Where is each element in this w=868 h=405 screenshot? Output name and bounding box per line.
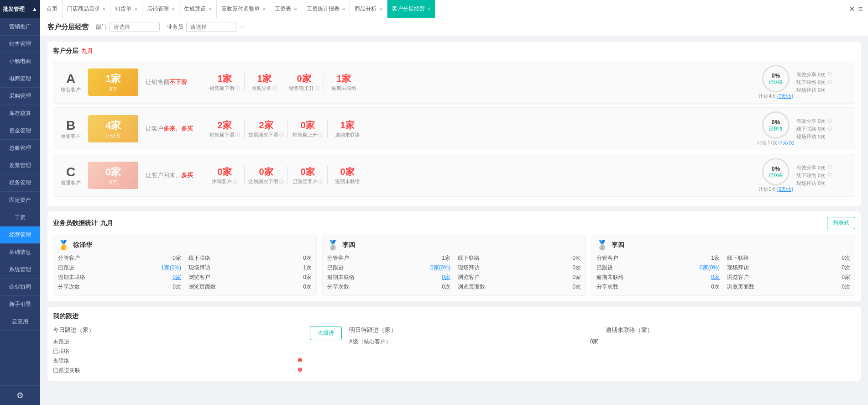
- tier-right-stats-C: 有效分享 0次ⓘ线下联络 0次ⓘ现场拜访 0次: [796, 164, 851, 187]
- tab-close-icon[interactable]: ×: [294, 6, 297, 12]
- staff-stat-row: 线下联络0次: [458, 254, 581, 262]
- plan-link[interactable]: (7天/次): [779, 140, 795, 145]
- staff-stat-val[interactable]: 1家(0%): [161, 264, 181, 272]
- followup-row: 去联络❶: [53, 356, 303, 366]
- sidebar-item-发票管理[interactable]: 发票管理: [0, 157, 40, 174]
- staff-stat-val[interactable]: 0家: [711, 274, 720, 281]
- sidebar-item-电商管理[interactable]: 电商管理: [0, 70, 40, 88]
- tab-close-icon[interactable]: ×: [262, 6, 265, 12]
- sidebar-item-新手引导[interactable]: 新手引导: [0, 296, 40, 313]
- tab-门店商品目录[interactable]: 门店商品目录×: [63, 0, 110, 18]
- tier-stat-box: 2家 交易频次下滑 ⓘ: [248, 119, 284, 138]
- dept-label: 部门: [96, 23, 107, 31]
- tabs-actions: ✕ ≡: [849, 5, 866, 13]
- sidebar-item-税务管理[interactable]: 税务管理: [0, 174, 40, 192]
- sidebar-item-销售管理[interactable]: 销售管理: [0, 36, 40, 53]
- sidebar-item-营销推广[interactable]: 营销推广: [0, 18, 40, 36]
- staff-stat-val[interactable]: 0家(0%): [700, 264, 720, 272]
- overdue-col: 逾期未联络（家）: [606, 326, 855, 337]
- staff-select[interactable]: [186, 22, 236, 32]
- customer-month-badge: 九月: [81, 47, 93, 55]
- tab-label: 工资表: [275, 5, 291, 13]
- tab-label: 店铺管理: [147, 5, 169, 13]
- plan-link[interactable]: (0天/次): [777, 187, 793, 192]
- tab-close-icon[interactable]: ×: [134, 6, 137, 12]
- tier-count-box-B: 4家0.53万: [88, 115, 138, 142]
- staff-stat-val[interactable]: 0家(0%): [430, 264, 450, 272]
- tab-生成凭证[interactable]: 生成凭证×: [179, 0, 216, 18]
- tier-slogan-C: 让客户回来、多买: [146, 171, 205, 179]
- tab-应收应付调整单[interactable]: 应收应付调整单×: [217, 0, 270, 18]
- dept-select[interactable]: [110, 22, 160, 32]
- list-view-button[interactable]: 列表式: [827, 217, 855, 229]
- sidebar-item-总账管理[interactable]: 总账管理: [0, 140, 40, 157]
- tab-商品分析[interactable]: 商品分析×: [350, 0, 387, 18]
- tab-销货单[interactable]: 销货单×: [110, 0, 142, 18]
- staff-stat-val: 0次: [572, 283, 581, 291]
- tab-客户分层经营[interactable]: 客户分层经营×: [387, 0, 435, 18]
- sidebar-item-小畅电商[interactable]: 小畅电商: [0, 53, 40, 70]
- staff-medal: 🥈: [327, 240, 339, 251]
- sidebar-item-经营管理[interactable]: 经营管理: [0, 226, 40, 244]
- tab-close-icon[interactable]: ×: [379, 6, 382, 12]
- followup-row: A级（核心客户）0家: [349, 337, 599, 347]
- staff-stat-val: 0次: [842, 283, 850, 291]
- staff-grid: 🥇 徐泽华分管客户0家线下联络0次已跟进1家(0%)现场拜访1次逾期未联络0家浏…: [53, 235, 855, 296]
- staff-stat-row: 已跟进0家(0%): [327, 264, 450, 272]
- tier-stat-box: 1家 回购异常 ⓘ: [248, 73, 280, 92]
- staff-stat-row: 浏览页面数0次: [458, 283, 581, 291]
- sidebar-item-基础信息[interactable]: 基础信息: [0, 244, 40, 261]
- staff-stat-row: 逾期未联络0家: [596, 274, 720, 281]
- right-stat-row: 有效分享 0次ⓘ: [796, 71, 851, 78]
- staff-stats-grid-2: 分管客户1家线下联络0次已跟进0家(0%)现场拜访0次逾期未联络0家浏览客户0家…: [596, 254, 850, 291]
- sidebar-toggle-icon[interactable]: ▲: [32, 6, 37, 12]
- tab-close-icon[interactable]: ×: [209, 6, 211, 12]
- staff-card-header-1: 🥈 李四: [327, 240, 581, 251]
- tabs-container: 首页门店商品目录×销货单×店铺管理×生成凭证×应收应付调整单×工资表×工资统计报…: [42, 0, 435, 18]
- sidebar-item-采购管理[interactable]: 采购管理: [0, 88, 40, 105]
- tier-stat-box: 0家 销售额上升 ⓘ: [292, 119, 324, 138]
- plan-link[interactable]: (7天/次): [777, 94, 793, 99]
- staff-stat-row: 逾期未联络0家: [58, 274, 181, 281]
- customer-tier-section: 客户分层 九月 A核心客户1家0万让销售额不下滑1家 销售额下滑 ⓘ1家 回购异…: [47, 42, 861, 206]
- sidebar-item-工资[interactable]: 工资: [0, 209, 40, 226]
- staff-name: 徐泽华: [73, 241, 92, 249]
- tab-close-icon[interactable]: ×: [172, 6, 174, 12]
- tab-close-icon[interactable]: ×: [428, 6, 430, 12]
- followup-grid: 今日跟进（家） 未跟进 已联络 去联络❶ 已跟进失联❶ 去跟进: [53, 326, 855, 375]
- more-options-icon[interactable]: ···: [239, 23, 245, 31]
- sidebar-settings-icon[interactable]: ⚙: [0, 385, 40, 405]
- staff-stat-val[interactable]: 0家: [442, 274, 450, 281]
- staff-stat-val[interactable]: 0家: [173, 274, 181, 281]
- tier-divider: [244, 73, 245, 91]
- staff-stat-row: 现场拜访0次: [458, 264, 581, 272]
- sidebar-item-固定资产[interactable]: 固定资产: [0, 192, 40, 209]
- tier-stat-box: 0家 销售额上升 ⓘ: [288, 73, 320, 92]
- tier-label-B: B重要客户: [57, 118, 84, 140]
- tomorrow-followup-col: 明日待跟进（家） A级（核心客户）0家: [349, 326, 599, 347]
- tab-close-icon[interactable]: ×: [103, 6, 105, 12]
- more-tabs-icon[interactable]: ≡: [858, 5, 863, 13]
- tier-divider: [288, 166, 288, 184]
- tab-工资表[interactable]: 工资表×: [270, 0, 302, 18]
- tab-label: 门店商品目录: [67, 5, 100, 13]
- staff-card-2: 🥈 李四分管客户1家线下联络0次已跟进0家(0%)现场拜访0次逾期未联络0家浏览…: [591, 235, 855, 296]
- tab-工资统计报表[interactable]: 工资统计报表×: [302, 0, 350, 18]
- staff-stat-row: 浏览客户0家: [458, 274, 581, 281]
- tier-slogan-B: 让客户多来、多买: [146, 125, 205, 133]
- sidebar-item-企业协同[interactable]: 企业协同: [0, 279, 40, 296]
- staff-section: 业务员数据统计 九月 列表式 🥇 徐泽华分管客户0家线下联络0次已跟进1家(0%…: [47, 211, 861, 301]
- tab-店铺管理[interactable]: 店铺管理×: [142, 0, 179, 18]
- sidebar-item-云应用[interactable]: 云应用: [0, 313, 40, 331]
- tab-close-icon[interactable]: ×: [342, 6, 345, 12]
- tab-首页[interactable]: 首页: [42, 0, 63, 18]
- staff-filter: 业务员 ···: [167, 22, 245, 32]
- goto-followup-button[interactable]: 去跟进: [310, 326, 342, 340]
- sidebar-item-系统管理[interactable]: 系统管理: [0, 261, 40, 279]
- right-stat-row: 线下联络 0次ⓘ: [796, 172, 851, 179]
- tier-divider: [284, 73, 284, 91]
- close-all-icon[interactable]: ✕: [849, 5, 855, 13]
- sidebar-item-库存核算[interactable]: 库存核算: [0, 105, 40, 122]
- sidebar-item-资金管理[interactable]: 资金管理: [0, 122, 40, 140]
- tier-divider: [244, 166, 245, 184]
